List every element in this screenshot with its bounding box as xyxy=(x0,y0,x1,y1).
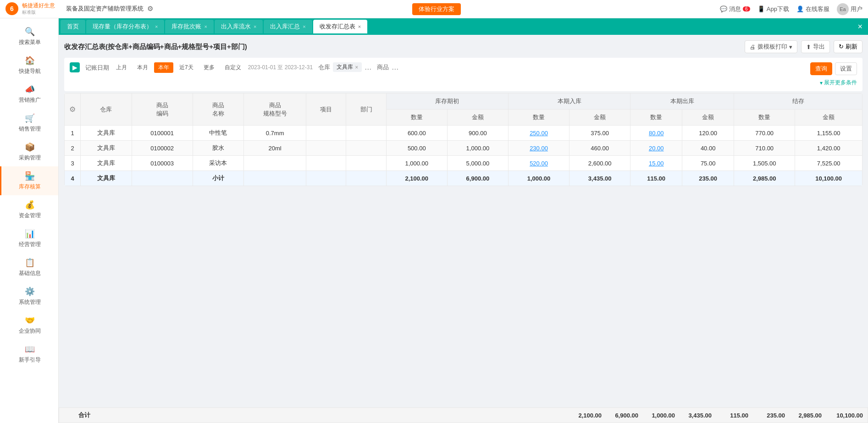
sidebar-item-purchase[interactable]: 📦 采购管理 xyxy=(0,137,58,166)
expand-label: 展开更多条件 xyxy=(824,79,857,87)
page-header: 收发存汇总表(按仓库+商品编码+商品+规格型号+项目+部门) 🖨 拨模板打印 ▾… xyxy=(64,40,862,53)
row-out-amt: 235.00 xyxy=(682,171,734,186)
row-project xyxy=(306,171,346,186)
date-opt-this-year[interactable]: 本年 xyxy=(154,62,173,73)
tab-close-icon[interactable]: × xyxy=(155,24,158,29)
sidebar-item-label: 采购管理 xyxy=(19,154,41,162)
print-button[interactable]: 🖨 拨模板打印 ▾ xyxy=(745,40,797,53)
row-in-amt: 2,600.00 xyxy=(569,156,630,171)
tab-close-icon[interactable]: × xyxy=(204,24,207,29)
sidebar-item-basic[interactable]: 📋 基础信息 xyxy=(0,253,58,282)
date-options: 上月 本月 本年 近7天 更多 自定义 xyxy=(112,62,245,73)
data-table: ⚙ 仓库 商品编码 商品名称 商品规格型号 项目 部门 库存期初 本期入库 本期… xyxy=(64,93,862,186)
tab-close-icon[interactable]: × xyxy=(254,24,256,29)
tab-close-icon[interactable]: × xyxy=(303,24,305,29)
warehouse-more[interactable]: ... xyxy=(365,62,371,72)
sidebar-item-label: 新手引导 xyxy=(19,356,41,364)
filter-bar: ▶ 记账日期 上月 本月 本年 近7天 更多 自定义 2023-01-01 至 … xyxy=(70,62,857,75)
warehouse-tag-close[interactable]: × xyxy=(355,64,358,71)
print-label: 拨模板打印 xyxy=(757,43,787,51)
app-download-item[interactable]: 📱 App下载 xyxy=(757,5,789,13)
row-out-qty[interactable]: 20.00 xyxy=(630,141,682,156)
top-header: 6 畅捷通好生意 标准版 装备及固定资产辅助管理系统 ⚙ 体验行业方案 💬 消息… xyxy=(0,0,868,18)
expand-more-button[interactable]: ▾ 展开更多条件 xyxy=(820,79,857,87)
sidebar-item-inventory[interactable]: 🏪 库存核算 xyxy=(0,166,58,195)
tab-inventory-dist[interactable]: 现存量（库存分布表） × xyxy=(86,20,164,33)
tab-close-icon[interactable]: × xyxy=(358,24,361,29)
refresh-button[interactable]: ↻ 刷新 xyxy=(834,40,862,53)
sidebar-item-corp[interactable]: 🤝 企业协同 xyxy=(0,311,58,340)
sidebar-item-marketing[interactable]: 📣 营销推广 xyxy=(0,80,58,109)
query-button[interactable]: 查询 xyxy=(810,62,832,75)
table-row: 2文具库0100002胶水20ml500.001,000.00230.00460… xyxy=(65,141,862,156)
sidebar-item-quick[interactable]: 🏠 快捷导航 xyxy=(0,51,58,80)
row-open-amt: 900.00 xyxy=(447,126,508,141)
sidebar-item-label: 基础信息 xyxy=(19,269,41,277)
footer-out-qty: 115.00 xyxy=(712,412,748,419)
row-warehouse: 文具库 xyxy=(81,156,132,171)
column-settings-icon[interactable]: ⚙ xyxy=(69,105,76,113)
row-name: 小计 xyxy=(193,171,244,186)
sidebar-item-search[interactable]: 🔍 搜索菜单 xyxy=(0,22,58,51)
date-range-display: 2023-01-01 至 2023-12-31 xyxy=(248,64,313,71)
row-in-qty[interactable]: 250.00 xyxy=(508,126,569,141)
date-opt-more[interactable]: 更多 xyxy=(199,62,219,73)
filter-toggle-button[interactable]: ▶ xyxy=(70,62,80,72)
sidebar-item-label: 资金管理 xyxy=(19,212,41,220)
export-button[interactable]: ⬆ 导出 xyxy=(801,40,830,53)
row-out-amt: 120.00 xyxy=(682,126,734,141)
warehouse-tag-label: 文具库 xyxy=(337,63,353,71)
date-opt-7days[interactable]: 近7天 xyxy=(175,62,198,73)
sidebar-item-sales[interactable]: 🛒 销售管理 xyxy=(0,109,58,137)
user-item[interactable]: Ea 用户 xyxy=(837,3,862,15)
online-service-item[interactable]: 👤 在线客服 xyxy=(796,5,829,13)
row-no: 3 xyxy=(65,156,81,171)
message-item[interactable]: 💬 消息 6 xyxy=(720,5,750,13)
finance-icon: 💰 xyxy=(25,200,35,210)
sales-icon: 🛒 xyxy=(25,113,35,123)
settings-button[interactable]: 设置 xyxy=(835,62,857,75)
service-icon: 👤 xyxy=(796,5,804,12)
goods-more[interactable]: ... xyxy=(392,62,398,72)
sidebar-item-label: 销售管理 xyxy=(19,125,41,133)
date-opt-last-month[interactable]: 上月 xyxy=(112,62,131,73)
row-out-qty: 115.00 xyxy=(630,171,682,186)
refresh-label: 刷新 xyxy=(846,43,857,50)
row-in-qty[interactable]: 520.00 xyxy=(508,156,569,171)
row-name: 中性笔 xyxy=(193,126,244,141)
experience-button[interactable]: 体验行业方案 xyxy=(412,3,461,15)
tab-collect-summary[interactable]: 收发存汇总表 × xyxy=(313,20,367,33)
message-badge: 6 xyxy=(743,6,750,11)
sidebar-item-system[interactable]: ⚙️ 系统管理 xyxy=(0,282,58,311)
tab-home[interactable]: 首页 xyxy=(61,20,85,33)
tab-batch[interactable]: 库存批次账 × xyxy=(165,20,213,33)
sidebar-item-label: 营销推广 xyxy=(19,96,41,104)
tab-summary[interactable]: 出入库汇总 × xyxy=(264,20,312,33)
row-code xyxy=(132,171,193,186)
footer-close-qty: 2,985.00 xyxy=(785,412,822,419)
name-col-header: 商品名称 xyxy=(193,93,244,126)
purchase-icon: 📦 xyxy=(25,142,35,152)
dept-col-header: 部门 xyxy=(346,93,386,126)
row-out-amt: 75.00 xyxy=(682,156,734,171)
close-all-tabs-button[interactable]: × xyxy=(854,22,866,32)
gear-icon[interactable]: ⚙ xyxy=(147,5,153,13)
sidebar-item-finance[interactable]: 💰 资金管理 xyxy=(0,195,58,224)
footer-out-amt: 235.00 xyxy=(748,412,785,419)
sidebar-item-business[interactable]: 📊 经营管理 xyxy=(0,224,58,253)
row-out-qty[interactable]: 80.00 xyxy=(630,126,682,141)
sidebar-item-newbie[interactable]: 📖 新手引导 xyxy=(0,340,58,368)
tab-flow[interactable]: 出入库流水 × xyxy=(215,20,263,33)
dropdown-icon: ▾ xyxy=(789,44,792,50)
app-download-label: App下载 xyxy=(767,5,789,13)
row-dept xyxy=(346,156,386,171)
content-area: 首页 现存量（库存分布表） × 库存批次账 × 出入库流水 × 出入库汇总 × … xyxy=(59,18,868,423)
date-opt-this-month[interactable]: 本月 xyxy=(133,62,152,73)
row-out-qty[interactable]: 15.00 xyxy=(630,156,682,171)
in-qty-header: 数量 xyxy=(508,110,569,126)
row-in-qty[interactable]: 230.00 xyxy=(508,141,569,156)
date-opt-custom[interactable]: 自定义 xyxy=(221,62,245,73)
row-close-amt: 1,155.00 xyxy=(795,126,862,141)
expand-more-bar: ▾ 展开更多条件 xyxy=(70,79,857,87)
tab-label: 出入库流水 xyxy=(221,22,251,31)
